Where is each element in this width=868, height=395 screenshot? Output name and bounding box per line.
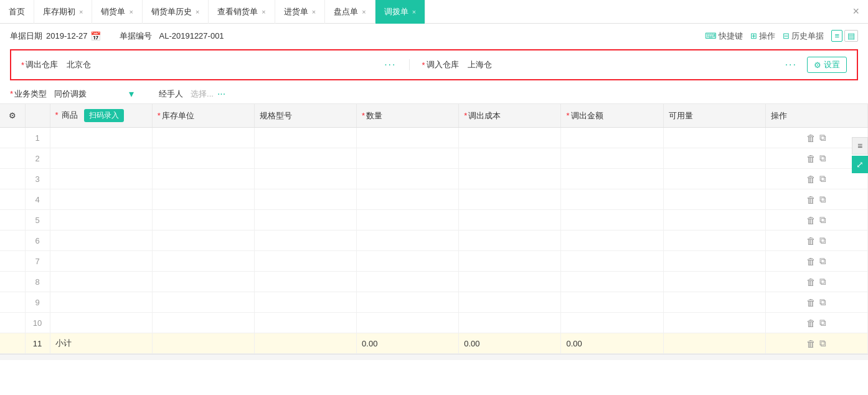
shortcut-btn[interactable]: ⌨ 快捷键 bbox=[705, 31, 743, 42]
subtotal-copy-icon[interactable]: ⧉ bbox=[819, 338, 826, 349]
row-amount[interactable] bbox=[561, 210, 663, 231]
row-available[interactable] bbox=[663, 210, 765, 231]
tab-close-inventory-check[interactable]: × bbox=[362, 8, 366, 16]
transfer-in-value[interactable]: 上海仓 bbox=[468, 59, 492, 70]
horizontal-scrollbar[interactable] bbox=[0, 354, 868, 360]
tab-inventory-check[interactable]: 盘点单 × bbox=[325, 0, 375, 24]
row-amount[interactable] bbox=[561, 148, 663, 169]
tab-sales-order[interactable]: 销货单 × bbox=[92, 0, 142, 24]
row-qty[interactable] bbox=[357, 231, 459, 251]
tab-close-transfer-order[interactable]: × bbox=[412, 8, 416, 16]
row-spec[interactable] bbox=[254, 128, 356, 148]
row-delete-icon[interactable]: 🗑 bbox=[806, 153, 816, 164]
row-unit[interactable] bbox=[152, 251, 254, 272]
business-type-value[interactable]: 同价调拨 bbox=[54, 88, 129, 100]
row-unit[interactable] bbox=[152, 189, 254, 210]
tab-home[interactable]: 首页 bbox=[0, 0, 34, 24]
row-copy-icon[interactable]: ⧉ bbox=[819, 255, 826, 267]
row-amount[interactable] bbox=[561, 292, 663, 313]
row-amount[interactable] bbox=[561, 169, 663, 189]
tab-close-sales-order[interactable]: × bbox=[129, 8, 133, 16]
row-delete-icon[interactable]: 🗑 bbox=[806, 297, 816, 308]
row-product[interactable] bbox=[50, 148, 152, 169]
row-spec[interactable] bbox=[254, 169, 356, 189]
layout-toggle[interactable]: ≡ ▤ bbox=[831, 30, 858, 42]
float-list-btn[interactable]: ≡ bbox=[852, 137, 868, 155]
row-product[interactable] bbox=[50, 189, 152, 210]
row-qty[interactable] bbox=[357, 189, 459, 210]
row-cost[interactable] bbox=[459, 231, 561, 251]
scan-entry-btn[interactable]: 扫码录入 bbox=[84, 109, 124, 122]
row-available[interactable] bbox=[663, 169, 765, 189]
row-cost[interactable] bbox=[459, 313, 561, 333]
row-product[interactable] bbox=[50, 128, 152, 148]
tab-close-inventory-init[interactable]: × bbox=[79, 8, 83, 16]
row-cost[interactable] bbox=[459, 251, 561, 272]
row-cost[interactable] bbox=[459, 169, 561, 189]
row-product[interactable] bbox=[50, 313, 152, 333]
row-spec[interactable] bbox=[254, 313, 356, 333]
row-product[interactable] bbox=[50, 292, 152, 313]
handler-more-btn[interactable]: ··· bbox=[217, 88, 225, 100]
row-spec[interactable] bbox=[254, 292, 356, 313]
row-delete-icon[interactable]: 🗑 bbox=[806, 236, 816, 246]
row-cost[interactable] bbox=[459, 210, 561, 231]
row-amount[interactable] bbox=[561, 272, 663, 292]
row-qty[interactable] bbox=[357, 292, 459, 313]
calendar-icon[interactable]: 📅 bbox=[90, 31, 101, 41]
row-qty[interactable] bbox=[357, 169, 459, 189]
row-available[interactable] bbox=[663, 128, 765, 148]
row-copy-icon[interactable]: ⧉ bbox=[819, 132, 826, 143]
row-unit[interactable] bbox=[152, 272, 254, 292]
row-qty[interactable] bbox=[357, 272, 459, 292]
row-delete-icon[interactable]: 🗑 bbox=[806, 133, 816, 143]
row-copy-icon[interactable]: ⧉ bbox=[819, 276, 826, 287]
row-cost[interactable] bbox=[459, 189, 561, 210]
operation-btn[interactable]: ⊞ 操作 bbox=[750, 31, 775, 42]
tab-close-purchase-order[interactable]: × bbox=[312, 8, 316, 16]
row-unit[interactable] bbox=[152, 128, 254, 148]
th-gear[interactable]: ⚙ bbox=[0, 104, 25, 128]
row-available[interactable] bbox=[663, 292, 765, 313]
layout-list-icon[interactable]: ≡ bbox=[831, 30, 842, 42]
row-amount[interactable] bbox=[561, 189, 663, 210]
handler-input[interactable]: 选择... bbox=[191, 88, 214, 100]
row-available[interactable] bbox=[663, 313, 765, 333]
tab-inventory-init[interactable]: 库存期初 × bbox=[34, 0, 92, 24]
row-copy-icon[interactable]: ⧉ bbox=[819, 317, 826, 328]
row-product[interactable] bbox=[50, 210, 152, 231]
row-amount[interactable] bbox=[561, 128, 663, 148]
row-spec[interactable] bbox=[254, 210, 356, 231]
row-delete-icon[interactable]: 🗑 bbox=[806, 194, 816, 205]
tab-transfer-order[interactable]: 调拨单 × bbox=[375, 0, 425, 24]
row-copy-icon[interactable]: ⧉ bbox=[819, 297, 826, 308]
row-unit[interactable] bbox=[152, 292, 254, 313]
row-cost[interactable] bbox=[459, 272, 561, 292]
row-product[interactable] bbox=[50, 272, 152, 292]
row-cost[interactable] bbox=[459, 292, 561, 313]
row-available[interactable] bbox=[663, 189, 765, 210]
row-spec[interactable] bbox=[254, 189, 356, 210]
row-unit[interactable] bbox=[152, 169, 254, 189]
row-amount[interactable] bbox=[561, 231, 663, 251]
row-spec[interactable] bbox=[254, 148, 356, 169]
row-available[interactable] bbox=[663, 251, 765, 272]
tab-purchase-order[interactable]: 进货单 × bbox=[275, 0, 325, 24]
history-btn[interactable]: ⊟ 历史单据 bbox=[783, 31, 824, 42]
row-product[interactable] bbox=[50, 169, 152, 189]
row-qty[interactable] bbox=[357, 251, 459, 272]
row-available[interactable] bbox=[663, 272, 765, 292]
row-cost[interactable] bbox=[459, 128, 561, 148]
tab-view-sales[interactable]: 查看销货单 × bbox=[209, 0, 275, 24]
row-delete-icon[interactable]: 🗑 bbox=[806, 277, 816, 287]
row-product[interactable] bbox=[50, 251, 152, 272]
row-copy-icon[interactable]: ⧉ bbox=[819, 235, 826, 246]
row-cost[interactable] bbox=[459, 148, 561, 169]
row-copy-icon[interactable]: ⧉ bbox=[819, 173, 826, 184]
row-copy-icon[interactable]: ⧉ bbox=[819, 194, 826, 205]
row-delete-icon[interactable]: 🗑 bbox=[806, 215, 816, 226]
row-available[interactable] bbox=[663, 148, 765, 169]
settings-btn[interactable]: ⚙ 设置 bbox=[807, 57, 847, 73]
transfer-in-more-btn[interactable]: ··· bbox=[785, 59, 797, 70]
layout-grid-icon[interactable]: ▤ bbox=[844, 30, 858, 42]
